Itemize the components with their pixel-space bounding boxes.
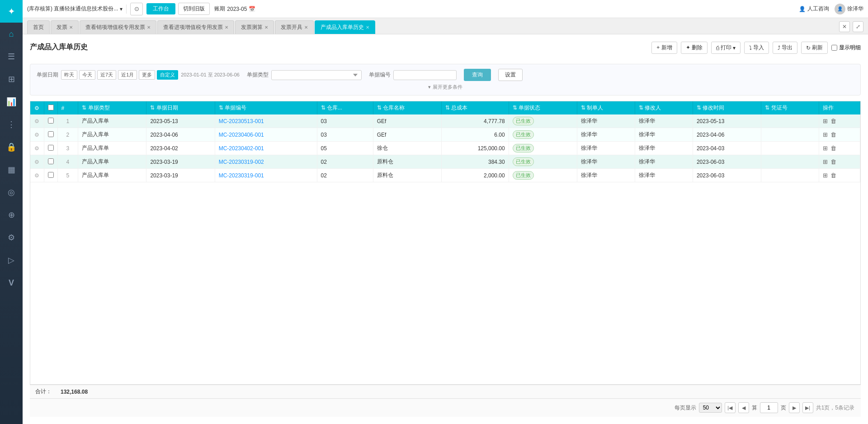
col-voucher[interactable]: ⇅ 凭证号 bbox=[761, 101, 819, 114]
sidebar-item-play[interactable]: ▷ bbox=[0, 249, 23, 272]
edit-action-btn[interactable]: ⊞ bbox=[823, 158, 828, 165]
delete-action-btn[interactable]: 🗑 bbox=[830, 145, 836, 152]
row-checkbox[interactable] bbox=[48, 131, 54, 137]
tab-sales-vat[interactable]: 查看销项增值税专用发票 ✕ bbox=[80, 20, 156, 34]
month-btn[interactable]: 近1月 bbox=[118, 70, 137, 80]
sidebar-item-home[interactable]: ⌂ bbox=[0, 23, 23, 45]
sidebar-item-blocks[interactable]: ▦ bbox=[0, 158, 23, 181]
yesterday-btn[interactable]: 昨天 bbox=[61, 70, 77, 80]
sidebar-item-dot[interactable]: ⋮ bbox=[0, 113, 23, 136]
copy-button[interactable]: ⊙ bbox=[130, 3, 143, 15]
sidebar-item-lock[interactable]: 🔒 bbox=[0, 136, 23, 158]
number-filter-input[interactable] bbox=[393, 70, 457, 80]
edit-action-btn[interactable]: ⊞ bbox=[823, 145, 828, 152]
refresh-button[interactable]: ↻ 刷新 bbox=[801, 42, 828, 54]
user-menu[interactable]: 👤 徐泽华 bbox=[835, 4, 863, 14]
col-creator[interactable]: ⇅ 制单人 bbox=[577, 101, 635, 114]
document-link[interactable]: MC-20230319-002 bbox=[219, 159, 264, 165]
settings-button[interactable]: 设置 bbox=[498, 69, 523, 81]
row-settings-btn[interactable]: ⚙ bbox=[30, 169, 44, 182]
delete-action-btn[interactable]: 🗑 bbox=[830, 131, 836, 138]
col-date[interactable]: ⇅ 单据日期 bbox=[146, 101, 215, 114]
document-link[interactable]: MC-20230319-001 bbox=[219, 172, 264, 179]
sidebar-item-v[interactable]: V bbox=[0, 272, 23, 294]
tab-sales-vat-close[interactable]: ✕ bbox=[147, 25, 151, 30]
display-toggle-checkbox[interactable] bbox=[831, 45, 837, 51]
delete-action-btn[interactable]: 🗑 bbox=[830, 118, 836, 124]
print-button[interactable]: ⎙ 打印 ▾ bbox=[711, 42, 741, 54]
col-warehouse-name[interactable]: ⇅ 仓库名称 bbox=[373, 101, 441, 114]
row-document-number[interactable]: MC-20230402-001 bbox=[215, 142, 317, 155]
document-link[interactable]: MC-20230513-001 bbox=[219, 118, 264, 124]
col-checkbox[interactable] bbox=[44, 101, 57, 114]
sidebar-item-list[interactable]: ☰ bbox=[0, 45, 23, 68]
tab-purchase-vat[interactable]: 查看进项增值税专用发票 ✕ bbox=[157, 20, 234, 34]
document-link[interactable]: MC-20230406-001 bbox=[219, 132, 264, 138]
help-btn[interactable]: 👤 人工咨询 bbox=[799, 5, 829, 13]
tab-issue-close[interactable]: ✕ bbox=[304, 25, 308, 30]
row-settings-btn[interactable]: ⚙ bbox=[30, 114, 44, 128]
row-document-number[interactable]: MC-20230406-001 bbox=[215, 128, 317, 142]
custom-btn[interactable]: 自定义 bbox=[157, 70, 178, 80]
sidebar-item-chart[interactable]: 📊 bbox=[0, 91, 23, 113]
expand-more-btn[interactable]: ▾ 展开更多条件 bbox=[37, 84, 854, 91]
col-settings[interactable]: ⚙ bbox=[30, 101, 44, 114]
tab-purchase-vat-close[interactable]: ✕ bbox=[225, 25, 228, 30]
last-page-btn[interactable]: ▶| bbox=[802, 402, 813, 413]
delete-action-btn[interactable]: 🗑 bbox=[830, 172, 836, 179]
tab-history[interactable]: 产成品入库单历史 ✕ bbox=[315, 20, 375, 34]
tab-invoice-close[interactable]: ✕ bbox=[69, 25, 73, 30]
edit-action-btn[interactable]: ⊞ bbox=[823, 172, 828, 179]
col-total-cost[interactable]: ⇅ 总成本 bbox=[441, 101, 509, 114]
switch-version-button[interactable]: 切到旧版 bbox=[178, 3, 210, 15]
next-page-btn[interactable]: ▶ bbox=[789, 402, 800, 413]
close-all-button[interactable]: ✕ bbox=[839, 21, 850, 32]
maximize-button[interactable]: ⤢ bbox=[853, 21, 863, 32]
col-type[interactable]: ⇅ 单据类型 bbox=[78, 101, 146, 114]
document-link[interactable]: MC-20230402-001 bbox=[219, 145, 264, 152]
row-checkbox-cell[interactable] bbox=[44, 128, 57, 142]
row-checkbox-cell[interactable] bbox=[44, 114, 57, 128]
delete-button[interactable]: ✦ 删除 bbox=[681, 42, 708, 54]
week-btn[interactable]: 近7天 bbox=[97, 70, 116, 80]
row-checkbox-cell[interactable] bbox=[44, 155, 57, 169]
import-button[interactable]: ⤵ 导入 bbox=[744, 42, 769, 54]
tab-calc[interactable]: 发票测算 ✕ bbox=[235, 20, 274, 34]
row-checkbox[interactable] bbox=[48, 172, 54, 178]
company-selector[interactable]: (库存核算) 直播轻抹通信息技术股份... ▾ bbox=[27, 5, 123, 13]
page-number-input[interactable] bbox=[760, 402, 778, 413]
workbench-button[interactable]: 工作台 bbox=[146, 3, 175, 14]
tab-calc-close[interactable]: ✕ bbox=[264, 25, 268, 30]
export-button[interactable]: ⤴ 导出 bbox=[773, 42, 797, 54]
col-warehouse-code[interactable]: ⇅ 仓库... bbox=[317, 101, 373, 114]
delete-action-btn[interactable]: 🗑 bbox=[830, 158, 836, 165]
sidebar-item-target[interactable]: ◎ bbox=[0, 181, 23, 204]
page-size-select[interactable]: 10 20 50 100 bbox=[699, 403, 722, 413]
edit-action-btn[interactable]: ⊞ bbox=[823, 118, 828, 124]
new-button[interactable]: + 新增 bbox=[651, 42, 677, 54]
sidebar-item-settings[interactable]: ⚙ bbox=[0, 226, 23, 249]
row-checkbox[interactable] bbox=[48, 118, 54, 124]
first-page-btn[interactable]: |◀ bbox=[725, 402, 736, 413]
type-filter-select[interactable] bbox=[271, 70, 362, 80]
sidebar-logo[interactable]: ✦ bbox=[0, 0, 23, 23]
col-status[interactable]: ⇅ 单据状态 bbox=[509, 101, 577, 114]
tab-history-close[interactable]: ✕ bbox=[366, 25, 369, 30]
query-button[interactable]: 查询 bbox=[464, 69, 491, 81]
display-toggle[interactable]: 显示明细 bbox=[831, 44, 861, 52]
row-settings-btn[interactable]: ⚙ bbox=[30, 155, 44, 169]
row-checkbox[interactable] bbox=[48, 145, 54, 151]
row-document-number[interactable]: MC-20230319-002 bbox=[215, 155, 317, 169]
row-document-number[interactable]: MC-20230513-001 bbox=[215, 114, 317, 128]
tab-home[interactable]: 首页 bbox=[27, 20, 50, 34]
more-btn[interactable]: 更多 bbox=[139, 70, 155, 80]
row-settings-btn[interactable]: ⚙ bbox=[30, 142, 44, 155]
select-all-checkbox[interactable] bbox=[48, 105, 54, 110]
col-modify-time[interactable]: ⇅ 修改时间 bbox=[693, 101, 761, 114]
col-number[interactable]: ⇅ 单据编号 bbox=[215, 101, 317, 114]
tab-issue[interactable]: 发票开具 ✕ bbox=[275, 20, 314, 34]
row-document-number[interactable]: MC-20230319-001 bbox=[215, 169, 317, 182]
row-checkbox[interactable] bbox=[48, 158, 54, 164]
row-checkbox-cell[interactable] bbox=[44, 169, 57, 182]
tab-invoice[interactable]: 发票 ✕ bbox=[51, 20, 79, 34]
